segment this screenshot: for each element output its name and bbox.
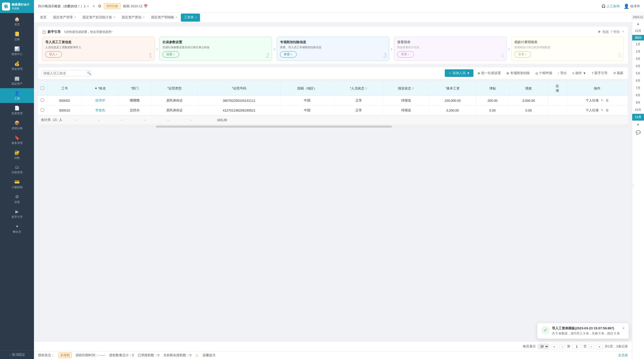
operations-btn[interactable]: ≡ 操作 ▼: [571, 70, 587, 76]
tab-fixed-category[interactable]: 固定资产类别 ×: [119, 14, 148, 22]
sidebar-item-reports[interactable]: 📊 报表中心: [0, 44, 34, 59]
month-12[interactable]: 12月: [632, 28, 644, 34]
add-icon: ＋: [448, 71, 452, 75]
month-9[interactable]: 9月: [632, 99, 644, 106]
sidebar-item-fixed[interactable]: 🏢 固定资产: [0, 73, 34, 88]
wizard-step-5-btn[interactable]: 查看＞: [514, 51, 531, 58]
tab-fixed-asset[interactable]: 固定资产管理 ×: [50, 14, 79, 22]
first-page-btn[interactable]: «: [551, 344, 557, 349]
user-menu[interactable]: 👤 徐泽华: [624, 4, 640, 9]
wizard-title: 📋 新手引导 5步快速完成设置，快去完善信息吧~: [42, 30, 113, 34]
month-2[interactable]: 2月: [632, 48, 644, 55]
tax-icon: 🔖: [14, 135, 20, 140]
feedback-icon[interactable]: 💬: [632, 129, 644, 136]
wizard-help-link[interactable]: ? 帮助: [611, 30, 620, 34]
row1-checkbox[interactable]: [41, 98, 44, 102]
toast-title: 导入工资表模板(2023-03-23 15:07:59.897): [552, 326, 620, 331]
page-input[interactable]: [572, 344, 581, 349]
per-page-select[interactable]: 10 20 50: [538, 344, 549, 349]
search-icon[interactable]: 🔍: [87, 71, 91, 75]
month-8[interactable]: 8月: [632, 92, 644, 99]
row2-edit-icon[interactable]: ✎: [601, 108, 603, 112]
month-6[interactable]: 6月: [632, 77, 644, 84]
sidebar-item-tax[interactable]: 🔖 税务管理: [0, 133, 34, 147]
tab-fixed-depreciation[interactable]: 固定资产折旧统计表 ×: [79, 14, 118, 22]
next-page-btn[interactable]: ›: [589, 344, 594, 349]
status-filter-icon[interactable]: ▽: [365, 87, 367, 90]
wizard-step-3-btn[interactable]: 查看＞: [280, 51, 297, 58]
sidebar-item-guide[interactable]: ▶ 新手引导: [0, 207, 34, 221]
wizard-video-link[interactable]: ▶ 视频: [598, 30, 609, 34]
panel-expand-btn[interactable]: »: [632, 184, 634, 188]
new-guide-btn[interactable]: ? 新手引导: [590, 70, 609, 76]
wizard-close-btn[interactable]: ×: [622, 30, 624, 34]
year-2023-marker[interactable]: 2023: [632, 35, 644, 40]
row2-name[interactable]: 李俊杰: [82, 106, 118, 115]
report-filter-icon[interactable]: ▽: [412, 87, 414, 90]
row1-name[interactable]: 徐泽华: [82, 96, 118, 106]
month-3[interactable]: 3月: [632, 56, 644, 62]
tab-fixed-category-close[interactable]: ×: [143, 16, 145, 19]
row1-social-link[interactable]: 个人社保: [586, 98, 599, 102]
fixed-icon: 🏢: [14, 76, 20, 81]
footer-dash-3: --: [112, 118, 132, 122]
service-btn[interactable]: 🎧 人工咨询: [601, 4, 620, 9]
row2-checkbox[interactable]: [41, 108, 44, 112]
sidebar-unpin[interactable]: ←取消固定: [0, 350, 34, 359]
sidebar-item-expense[interactable]: 💳 小畅报销: [0, 177, 34, 192]
month-11[interactable]: 11月: [632, 114, 644, 121]
sidebar-item-invoice[interactable]: 📄 发票管理: [0, 103, 34, 118]
tab-home[interactable]: 首页: [37, 14, 50, 22]
horizontal-scrollbar[interactable]: [38, 126, 628, 128]
add-account-icon[interactable]: ＋: [92, 4, 96, 9]
settings-gear-icon[interactable]: ⚙: [98, 4, 101, 9]
sidebar-item-inventory[interactable]: 📦 进销台账: [0, 118, 34, 133]
account-selector[interactable]: 刘小艳演示账套（勿删勿动！）1 ▼: [38, 4, 89, 9]
social-insurance-btn[interactable]: ⊕ 统一社保设置: [476, 70, 502, 76]
month-1[interactable]: 1月: [632, 41, 644, 48]
toast-close-btn[interactable]: ×: [622, 326, 625, 331]
sidebar-item-archive[interactable]: 🗂 归档管理: [0, 162, 34, 177]
table-row: 000010 李俊杰 总经办 居民身份证 412702198206290521 …: [38, 106, 628, 115]
year-up-arrow[interactable]: ▲: [636, 21, 640, 26]
period-tag-btn[interactable]: 切到旧版: [104, 3, 120, 9]
tab-payroll[interactable]: 工资表 ×: [181, 14, 200, 22]
row1-performance: 3,000.00: [509, 96, 548, 106]
refresh-btn[interactable]: ↺ 刷新: [612, 70, 625, 76]
prev-page-btn[interactable]: ‹: [559, 344, 565, 349]
wizard-step-1-btn[interactable]: 导入＞: [45, 51, 62, 58]
month-7[interactable]: 7月: [632, 85, 644, 91]
row1-delete-icon[interactable]: 🗑: [606, 98, 609, 102]
tab-fixed-detail[interactable]: 固定资产明细账 ×: [148, 14, 180, 22]
sidebar-item-vip[interactable]: ✦ 畅会员: [0, 221, 34, 236]
add-person-button[interactable]: ＋ 添加人员 ▼: [445, 69, 473, 77]
tab-payroll-close[interactable]: ×: [195, 16, 197, 19]
wizard-step-2-btn[interactable]: 设置＞: [163, 51, 179, 58]
sidebar-item-home[interactable]: 🏠 首页: [0, 14, 34, 29]
wizard-step-4-btn[interactable]: 查看＞: [397, 51, 414, 58]
month-10[interactable]: 10月: [632, 107, 644, 113]
month-5[interactable]: 5月: [632, 70, 644, 77]
export-btn[interactable]: ↑ 导出: [556, 70, 569, 76]
row1-edit-icon[interactable]: ✎: [601, 98, 603, 102]
row2-delete-icon[interactable]: 🗑: [606, 108, 609, 112]
search-input[interactable]: [43, 71, 86, 75]
sidebar-item-payroll[interactable]: 👤 工资: [0, 88, 34, 103]
select-all-checkbox[interactable]: [41, 86, 44, 90]
month-4[interactable]: 4月: [632, 63, 644, 70]
app-logo: 畅 畅捷通好会计 专业版: [0, 0, 34, 13]
tab-fixed-detail-close[interactable]: ×: [176, 16, 177, 19]
sidebar-item-settings[interactable]: ⚙ 设置: [0, 192, 34, 207]
recharge-link[interactable]: 去充值: [618, 353, 628, 357]
year-down-arrow[interactable]: ▼: [636, 122, 640, 127]
tax-report-btn[interactable]: ◎ 个税申报: [534, 70, 554, 76]
last-page-btn[interactable]: »: [596, 344, 602, 349]
sidebar-item-close[interactable]: 🔐 结账: [0, 147, 34, 162]
tab-fixed-asset-close[interactable]: ×: [74, 16, 76, 19]
special-deduction-btn[interactable]: ⊕ 专项附加扣除: [505, 70, 531, 76]
sidebar-item-finance[interactable]: 💰 资金管理: [0, 59, 34, 73]
tab-fixed-depreciation-close[interactable]: ×: [113, 16, 115, 19]
row2-social-link[interactable]: 个人社保: [586, 108, 599, 112]
sidebar-item-ledger[interactable]: 📒 总账: [0, 29, 34, 44]
calendar-icon[interactable]: 📅: [144, 4, 148, 8]
